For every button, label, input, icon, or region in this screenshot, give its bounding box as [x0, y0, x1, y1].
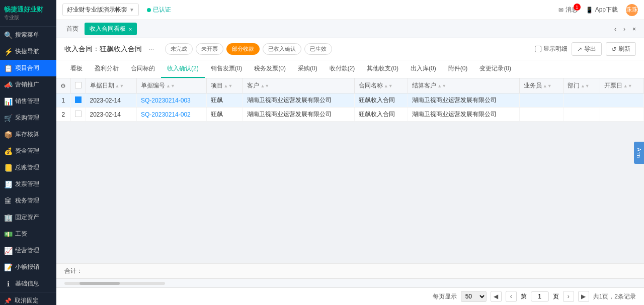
th-checkbox[interactable] — [70, 78, 86, 93]
row-customer: 湖南卫视商业运营发展有限公司 — [243, 108, 354, 122]
tab-close-all-icon[interactable]: × — [630, 25, 638, 34]
download-icon: 📱 — [586, 7, 593, 14]
topbar-right: ✉ 消息 1 📱 App下载 珠珠 — [558, 4, 638, 16]
tab-prev-icon[interactable]: ‹ — [612, 25, 618, 34]
tab-active-label: 收入合同看板 — [90, 25, 126, 33]
th-project: 项目▲▼ — [206, 78, 243, 93]
sidebar-item-搜索菜单[interactable]: 🔍搜索菜单 — [0, 27, 56, 43]
sub-tab-收入确认[interactable]: 收入确认(2) — [161, 60, 205, 78]
status-btn-已收入确认[interactable]: 已收入确认 — [263, 43, 301, 55]
certified-dot — [147, 8, 151, 12]
refresh-button[interactable]: ↺ 刷新 — [606, 42, 636, 56]
sub-tab-附件[interactable]: 附件(0) — [442, 60, 474, 78]
sidebar-icon: 🛒 — [4, 114, 12, 122]
app-download-button[interactable]: 📱 App下载 — [586, 6, 618, 14]
page-header: 收入合同：狂飙收入合同 ··· 未完成未开票部分收款已收入确认已生效 显示明细 … — [56, 38, 644, 60]
sub-tab-其他收支[interactable]: 其他收支(0) — [361, 60, 405, 78]
user-avatar[interactable]: 珠珠 — [626, 4, 638, 16]
sidebar-item-营销推广[interactable]: 📣营销推广 — [0, 76, 56, 93]
sidebar-item-快捷导航[interactable]: ⚡快捷导航 — [0, 43, 56, 60]
sidebar-icon: 📊 — [4, 97, 12, 106]
more-icon[interactable]: ··· — [146, 45, 157, 54]
th-dept: 部门▲▼ — [563, 78, 600, 93]
export-button[interactable]: ↗ 导出 — [572, 42, 602, 56]
status-btn-已生效[interactable]: 已生效 — [304, 43, 332, 55]
tab-next-icon[interactable]: › — [621, 25, 627, 34]
sub-tab-采购[interactable]: 采购(0) — [292, 60, 324, 78]
app-logo-sub: 专业版 — [4, 14, 52, 21]
prev-page-button[interactable]: ‹ — [506, 291, 517, 302]
tab-close-icon[interactable]: × — [129, 26, 132, 32]
sub-tab-销售发票[interactable]: 销售发票(0) — [205, 60, 249, 78]
sub-tab-看板[interactable]: 看板 — [64, 60, 89, 78]
sub-tab-税务发票[interactable]: 税务发票(0) — [248, 60, 292, 78]
sub-tab-合同标的[interactable]: 合同标的 — [125, 60, 161, 78]
row-billno[interactable]: SQ-20230214-003 — [137, 93, 207, 108]
sub-tab-收付款[interactable]: 收付款(2) — [324, 60, 361, 78]
sidebar-item-基础信息[interactable]: ℹ基础信息 — [0, 275, 56, 292]
sidebar-item-发票管理[interactable]: 🧾发票管理 — [0, 176, 56, 192]
tab-home[interactable]: 首页 — [62, 23, 83, 35]
sub-tab-盈利分析[interactable]: 盈利分析 — [89, 60, 125, 78]
sidebar-item-工资[interactable]: 💵工资 — [0, 226, 56, 242]
pagination: 每页显示 50 100 200 ◀ ‹ 第 页 › ▶ 共1页，2条记录 — [56, 287, 644, 305]
row-checkbox[interactable] — [70, 108, 86, 122]
sidebar-item-小畅报销[interactable]: 📝小畅报销 — [0, 259, 56, 275]
sidebar-item-经营管理[interactable]: 📈经营管理 — [0, 242, 56, 259]
refresh-icon: ↺ — [611, 46, 616, 53]
sidebar-unpin[interactable]: 📌 取消固定 — [0, 292, 56, 305]
status-btn-未开票[interactable]: 未开票 — [196, 43, 223, 55]
show-detail-checkbox[interactable] — [535, 46, 541, 52]
show-detail-toggle[interactable]: 显示明细 — [535, 45, 568, 53]
company-selector[interactable]: 好业财专业版演示帐套 ▼ — [62, 4, 139, 16]
table-row[interactable]: 1 2023-02-14 SQ-20230214-003 狂飙 湖南卫视商业运营… — [56, 93, 644, 108]
sidebar-item-总账管理[interactable]: 📒总账管理 — [0, 159, 56, 176]
content-wrapper: 收入合同：狂飙收入合同 ··· 未完成未开票部分收款已收入确认已生效 显示明细 … — [56, 38, 644, 305]
scrollbar[interactable] — [64, 282, 165, 285]
status-btn-未完成[interactable]: 未完成 — [165, 43, 193, 55]
status-btn-部分收款[interactable]: 部分收款 — [226, 43, 260, 55]
row-checkbox[interactable] — [70, 93, 86, 108]
tab-active[interactable]: 收入合同看板 × — [85, 23, 137, 35]
sidebar-icon: 📦 — [4, 131, 12, 139]
first-page-button[interactable]: ◀ — [491, 291, 502, 302]
row-customer: 湖南卫视商业运营发展有限公司 — [243, 93, 354, 108]
table-area: ⚙ 单据日期▲▼ 单据编号▲▼ 项目▲▼ 客户▲▼ 合同名称▲▼ 结算客户▲▼ … — [56, 78, 644, 263]
sidebar-icon: 📣 — [4, 81, 12, 89]
sidebar-item-库存核算[interactable]: 📦库存核算 — [0, 126, 56, 143]
sidebar-item-税务管理[interactable]: 🏛税务管理 — [0, 192, 56, 209]
sidebar-icon: 📈 — [4, 247, 12, 255]
message-badge: 1 — [574, 4, 581, 11]
row-dept — [563, 108, 600, 122]
page-label: 第 — [521, 292, 527, 301]
sidebar-item-资金管理[interactable]: 💰资金管理 — [0, 143, 56, 159]
last-page-button[interactable]: ▶ — [578, 291, 589, 302]
sidebar-icon: 📝 — [4, 263, 12, 271]
status-buttons: 未完成未开票部分收款已收入确认已生效 — [165, 43, 332, 55]
next-page-button[interactable]: › — [563, 291, 574, 302]
th-customer: 客户▲▼ — [243, 78, 354, 93]
per-page-select[interactable]: 50 100 200 — [461, 291, 487, 302]
messages-button[interactable]: ✉ 消息 1 — [558, 6, 578, 14]
table-header-row: ⚙ 单据日期▲▼ 单据编号▲▼ 项目▲▼ 客户▲▼ 合同名称▲▼ 结算客户▲▼ … — [56, 78, 644, 93]
sidebar-item-销售管理[interactable]: 📊销售管理 — [0, 93, 56, 110]
row-invoice-date — [600, 93, 643, 108]
scrollbar-thumb[interactable] — [79, 282, 120, 285]
sidebar-icon: 📒 — [4, 164, 12, 172]
th-settings[interactable]: ⚙ — [56, 78, 70, 93]
table-footer: 合计： — [56, 263, 644, 278]
sidebar-icon: 💵 — [4, 230, 12, 238]
sub-tab-出入库[interactable]: 出入库(0) — [405, 60, 442, 78]
sub-tab-变更记录[interactable]: 变更记录(0) — [473, 60, 517, 78]
side-action-button[interactable]: Arm — [634, 141, 644, 163]
row-settle-customer: 湖南卫视商业运营发展有限公司 — [408, 108, 519, 122]
scroll-area[interactable] — [56, 278, 644, 287]
sidebar-item-项目合同[interactable]: 📋项目合同 — [0, 60, 56, 76]
table-row[interactable]: 2 2023-02-14 SQ-20230214-002 狂飙 湖南卫视商业运营… — [56, 108, 644, 122]
export-icon: ↗ — [577, 46, 582, 53]
sidebar-item-采购管理[interactable]: 🛒采购管理 — [0, 110, 56, 126]
row-billno[interactable]: SQ-20230214-002 — [137, 108, 207, 122]
sidebar-item-固定资产[interactable]: 🏢固定资产 — [0, 209, 56, 226]
page-input[interactable] — [531, 291, 549, 301]
total-info: 共1页，2条记录 — [593, 292, 636, 301]
